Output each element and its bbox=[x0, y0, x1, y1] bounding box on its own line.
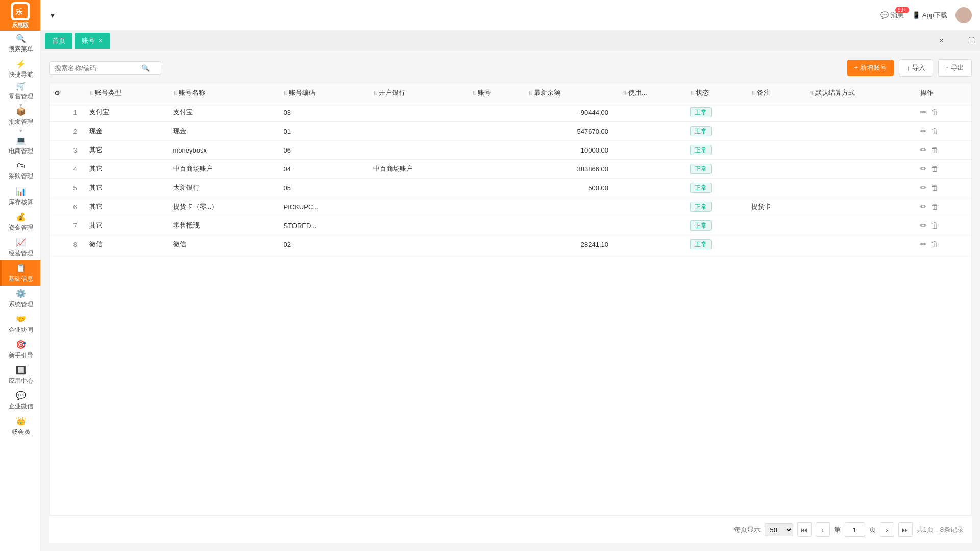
edit-button[interactable]: ✏ bbox=[920, 145, 927, 155]
delete-button[interactable]: 🗑 bbox=[931, 108, 939, 117]
sidebar-item-search-menu[interactable]: 🔍 搜索菜单 bbox=[0, 31, 40, 56]
app-download-button[interactable]: 📱 App下载 bbox=[912, 11, 947, 20]
sidebar-item-vip[interactable]: 👑 畅会员 bbox=[0, 413, 40, 439]
search-input[interactable] bbox=[55, 64, 141, 72]
row-account bbox=[468, 179, 524, 197]
sidebar-item-collab[interactable]: 🤝 企业协同 bbox=[0, 311, 40, 337]
prev-page-button[interactable]: ‹ bbox=[816, 522, 830, 537]
edit-button[interactable]: ✏ bbox=[920, 127, 927, 136]
row-usage bbox=[619, 141, 686, 160]
delete-button[interactable]: 🗑 bbox=[931, 221, 939, 230]
sidebar-item-operation[interactable]: 📈 经营管理 bbox=[0, 235, 40, 260]
sidebar-item-guide[interactable]: 🎯 新手引导 bbox=[0, 337, 40, 362]
col-remark[interactable]: ⇅备注 bbox=[747, 83, 805, 103]
col-bank[interactable]: ⇅开户银行 bbox=[369, 83, 469, 103]
col-usage[interactable]: ⇅使用... bbox=[619, 83, 686, 103]
row-remark bbox=[747, 235, 805, 254]
last-page-button[interactable]: ⏭ bbox=[898, 522, 913, 537]
col-code[interactable]: ⇅账号编码 bbox=[279, 83, 369, 103]
sidebar-item-label: 企业微信 bbox=[9, 402, 33, 411]
col-status[interactable]: ⇅状态 bbox=[686, 83, 747, 103]
sidebar-item-finance[interactable]: 💰 资金管理 bbox=[0, 209, 40, 235]
store-selector[interactable]: ▼ bbox=[49, 11, 56, 19]
sidebar-item-system[interactable]: ⚙️ 系统管理 bbox=[0, 286, 40, 311]
edit-button[interactable]: ✏ bbox=[920, 240, 927, 249]
tab-home[interactable]: 首页 bbox=[45, 33, 72, 49]
message-icon: 💬 bbox=[880, 11, 889, 19]
col-type[interactable]: ⇅账号类型 bbox=[85, 83, 169, 103]
col-name[interactable]: ⇅账号名称 bbox=[169, 83, 280, 103]
sidebar-item-label: 搜索菜单 bbox=[9, 45, 33, 54]
sidebar-item-retail[interactable]: 🛒 零售管理 ▼ bbox=[0, 82, 40, 107]
header-right: 💬 消息 99+ 📱 App下载 bbox=[880, 7, 972, 23]
edit-button[interactable]: ✏ bbox=[920, 202, 927, 211]
next-page-button[interactable]: › bbox=[880, 522, 894, 537]
sidebar-item-purchase[interactable]: 🛍 采购管理 bbox=[0, 158, 40, 184]
row-bank bbox=[369, 141, 469, 160]
sidebar-item-label: 畅会员 bbox=[12, 428, 30, 436]
row-index: 5 bbox=[65, 179, 85, 197]
retail-icon: 🛒 bbox=[16, 81, 26, 91]
page-size-select[interactable]: 50 100 200 bbox=[765, 523, 793, 536]
close-icon[interactable]: ✕ bbox=[939, 37, 944, 44]
sidebar-item-basic-info[interactable]: 📋 基础信息 bbox=[0, 260, 40, 286]
col-default-payment[interactable]: ⇅默认结算方式 bbox=[805, 83, 916, 103]
fullscreen-icon[interactable]: ⛶ bbox=[968, 37, 975, 44]
export-button[interactable]: ↑ 导出 bbox=[938, 59, 972, 77]
message-button[interactable]: 💬 消息 99+ bbox=[880, 11, 904, 20]
table-row: 2 现金 现金 01 547670.00 正常 ✏ 🗑 bbox=[50, 122, 971, 141]
col-balance-label: 最新余额 bbox=[534, 88, 560, 97]
edit-button[interactable]: ✏ bbox=[920, 164, 927, 173]
ecommerce-icon: 💻 bbox=[16, 136, 26, 145]
row-name: 大新银行 bbox=[169, 179, 280, 197]
delete-button[interactable]: 🗑 bbox=[931, 183, 939, 192]
row-name: moneybosx bbox=[169, 141, 280, 160]
total-info: 共1页，8条记录 bbox=[917, 525, 964, 534]
delete-button[interactable]: 🗑 bbox=[931, 127, 939, 136]
row-index: 6 bbox=[65, 197, 85, 216]
search-box[interactable]: 🔍 bbox=[49, 61, 161, 75]
sidebar-item-app-center[interactable]: 🔲 应用中心 bbox=[0, 362, 40, 388]
inventory-icon: 📊 bbox=[16, 187, 26, 196]
row-default-payment bbox=[805, 197, 916, 216]
sidebar-item-enterprise-wechat[interactable]: 💬 企业微信 bbox=[0, 388, 40, 413]
sidebar-item-label: 库存核算 bbox=[9, 198, 33, 207]
toolbar-right: + 新增账号 ↓ 导入 ↑ 导出 bbox=[847, 59, 972, 77]
sidebar-item-wholesale[interactable]: 📦 批发管理 ▼ bbox=[0, 107, 40, 133]
row-usage bbox=[619, 179, 686, 197]
sidebar-item-inventory[interactable]: 📊 库存核算 bbox=[0, 184, 40, 209]
page-word-before: 第 bbox=[834, 525, 841, 534]
edit-button[interactable]: ✏ bbox=[920, 108, 927, 117]
col-balance[interactable]: ⇅最新余额 bbox=[524, 83, 619, 103]
row-type: 其它 bbox=[85, 160, 169, 179]
tab-account-label: 账号 bbox=[82, 36, 95, 45]
row-name: 提货卡（零...） bbox=[169, 197, 280, 216]
sidebar-item-ecommerce[interactable]: 💻 电商管理 bbox=[0, 133, 40, 158]
tab-close-button[interactable]: ✕ bbox=[98, 37, 103, 44]
edit-button[interactable]: ✏ bbox=[920, 221, 927, 230]
add-account-button[interactable]: + 新增账号 bbox=[847, 60, 894, 76]
row-account bbox=[468, 197, 524, 216]
col-account[interactable]: ⇅账号 bbox=[468, 83, 524, 103]
delete-button[interactable]: 🗑 bbox=[931, 145, 939, 155]
row-balance bbox=[524, 216, 619, 235]
page-input[interactable] bbox=[845, 522, 865, 537]
row-remark bbox=[747, 216, 805, 235]
table-row: 4 其它 中百商场账户 04 中百商场账户 383866.00 正常 ✏ 🗑 bbox=[50, 160, 971, 179]
sidebar-item-quick-nav[interactable]: ⚡ 快捷导航 bbox=[0, 56, 40, 82]
col-settings[interactable]: ⚙ bbox=[50, 83, 65, 103]
delete-button[interactable]: 🗑 bbox=[931, 240, 939, 249]
user-avatar[interactable] bbox=[955, 7, 972, 23]
table-row: 7 其它 零售抵现 STORED... 正常 ✏ 🗑 bbox=[50, 216, 971, 235]
edit-button[interactable]: ✏ bbox=[920, 183, 927, 192]
import-button[interactable]: ↓ 导入 bbox=[899, 59, 933, 77]
row-index: 8 bbox=[65, 235, 85, 254]
row-bank bbox=[369, 179, 469, 197]
row-bank bbox=[369, 122, 469, 141]
tab-account[interactable]: 账号 ✕ bbox=[75, 33, 110, 49]
first-page-button[interactable]: ⏮ bbox=[797, 522, 812, 537]
row-bank bbox=[369, 235, 469, 254]
search-icon[interactable]: 🔍 bbox=[141, 64, 150, 72]
delete-button[interactable]: 🗑 bbox=[931, 164, 939, 173]
delete-button[interactable]: 🗑 bbox=[931, 202, 939, 211]
